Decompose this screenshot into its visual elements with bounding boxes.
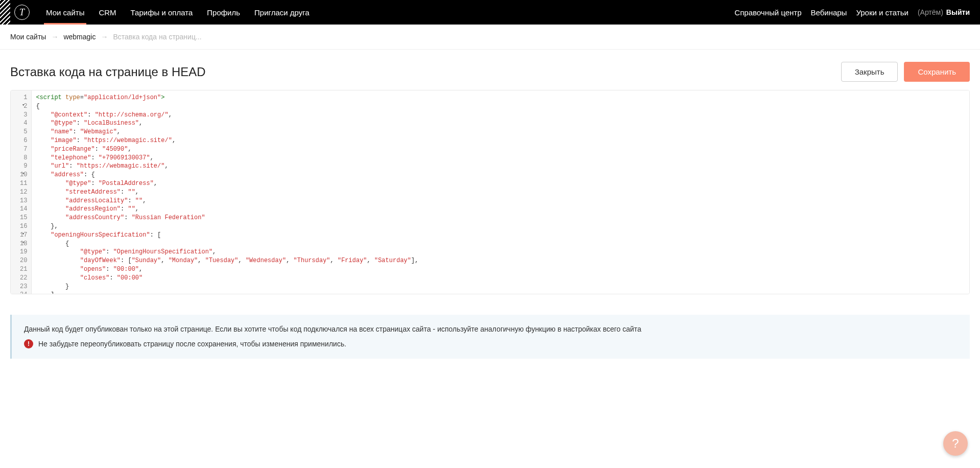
logo-pattern-icon — [0, 0, 10, 25]
gutter-line: 8 — [20, 154, 27, 162]
close-button[interactable]: Закрыть — [841, 62, 898, 82]
gutter-line: 23 — [20, 283, 27, 291]
code-line[interactable]: }, — [36, 222, 965, 231]
code-line[interactable]: "url": "https://webmagic.site/", — [36, 162, 965, 171]
info-text: Данный код будет опубликован только на э… — [24, 325, 958, 333]
code-line[interactable]: "dayOfWeek": ["Sunday", "Monday", "Tuesd… — [36, 256, 965, 265]
alert-row: ! Не забудьте переопубликовать страницу … — [24, 339, 958, 348]
code-line[interactable]: "closes": "00:00" — [36, 274, 965, 283]
gutter-line: 14 — [20, 205, 27, 214]
code-editor[interactable]: 12▾345678910▾11121314151617▾18▾192021222… — [10, 90, 970, 294]
nav-item-0[interactable]: Мои сайты — [39, 0, 91, 25]
page-title: Вставка кода на странице в HEAD — [10, 65, 206, 79]
code-line[interactable]: { — [36, 102, 965, 111]
alert-text: Не забудьте переопубликовать страницу по… — [38, 340, 346, 348]
header-link-0[interactable]: Справочный центр — [734, 8, 801, 17]
code-line[interactable]: "name": "Webmagic", — [36, 128, 965, 136]
gutter-line: 17▾ — [20, 231, 27, 240]
fold-icon[interactable]: ▾ — [22, 240, 25, 246]
header-left: T Мои сайтыCRMТарифы и оплатаПрофильПриг… — [0, 0, 317, 25]
header-link-2[interactable]: Уроки и статьи — [856, 8, 908, 17]
code-line[interactable]: "addressLocality": "", — [36, 197, 965, 205]
gutter-line: 4 — [20, 119, 27, 128]
code-line[interactable]: "addressRegion": "", — [36, 205, 965, 214]
header-links: Справочный центрВебинарыУроки и статьи — [734, 8, 909, 17]
nav-item-2[interactable]: Тарифы и оплата — [124, 0, 200, 25]
nav-item-3[interactable]: Профиль — [200, 0, 247, 25]
gutter-line: 13 — [20, 197, 27, 205]
code-line[interactable]: "image": "https://webmagic.site/", — [36, 136, 965, 145]
gutter-line: 18▾ — [20, 240, 27, 248]
gutter-line: 6 — [20, 136, 27, 145]
code-line[interactable]: "address": { — [36, 171, 965, 179]
gutter-line: 19 — [20, 248, 27, 256]
gutter-line: 22 — [20, 274, 27, 283]
logout-link[interactable]: Выйти — [946, 8, 970, 16]
nav-item-1[interactable]: CRM — [91, 0, 123, 25]
user-block: (Артём) Выйти — [918, 8, 970, 16]
title-row: Вставка кода на странице в HEAD Закрыть … — [0, 50, 980, 90]
code-line[interactable]: "telephone": "+79069130037", — [36, 154, 965, 162]
code-line[interactable]: "@type": "LocalBusiness", — [36, 119, 965, 128]
gutter-line: 12 — [20, 188, 27, 197]
line-gutter: 12▾345678910▾11121314151617▾18▾192021222… — [11, 90, 32, 294]
header-link-1[interactable]: Вебинары — [811, 8, 847, 17]
code-line[interactable]: ] — [36, 291, 965, 294]
code-line[interactable]: "addressCountry": "Russian Federation" — [36, 214, 965, 222]
code-line[interactable]: "@type": "OpeningHoursSpecification", — [36, 248, 965, 256]
alert-icon: ! — [24, 339, 33, 348]
code-line[interactable]: } — [36, 283, 965, 291]
gutter-line: 16 — [20, 222, 27, 231]
breadcrumb-arrow-icon: → — [101, 33, 108, 41]
code-line[interactable]: "streetAddress": "", — [36, 188, 965, 197]
header-right: Справочный центрВебинарыУроки и статьи (… — [734, 8, 970, 17]
code-line[interactable]: "@context": "http://schema.org/", — [36, 111, 965, 120]
main-nav: Мои сайтыCRMТарифы и оплатаПрофильПригла… — [39, 0, 317, 25]
breadcrumb: Мои сайты→webmagic→Вставка кода на стран… — [0, 25, 980, 50]
code-line[interactable]: "priceRange": "45090", — [36, 145, 965, 154]
save-button[interactable]: Сохранить — [904, 62, 970, 82]
gutter-line: 24 — [20, 291, 27, 294]
info-box: Данный код будет опубликован только на э… — [10, 315, 970, 359]
fold-icon[interactable]: ▾ — [22, 231, 25, 238]
gutter-line: 2▾ — [20, 102, 27, 111]
breadcrumb-arrow-icon: → — [51, 33, 58, 41]
breadcrumb-item-1[interactable]: webmagic — [63, 33, 95, 41]
gutter-line: 9 — [20, 162, 27, 171]
user-name: (Артём) — [918, 8, 943, 16]
code-line[interactable]: <script type="application/ld+json"> — [36, 93, 965, 102]
code-line[interactable]: "@type": "PostalAddress", — [36, 179, 965, 188]
gutter-line: 11 — [20, 179, 27, 188]
gutter-line: 21 — [20, 265, 27, 274]
code-line[interactable]: "opens": "00:00", — [36, 265, 965, 274]
gutter-line: 7 — [20, 145, 27, 154]
gutter-line: 3 — [20, 111, 27, 120]
code-line[interactable]: { — [36, 240, 965, 248]
breadcrumb-item-2: Вставка кода на страниц... — [113, 33, 201, 41]
action-buttons: Закрыть Сохранить — [841, 62, 970, 82]
code-area[interactable]: <script type="application/ld+json">{ "@c… — [32, 90, 969, 294]
breadcrumb-item-0[interactable]: Мои сайты — [10, 33, 46, 41]
editor-container: 12▾345678910▾11121314151617▾18▾192021222… — [0, 90, 980, 307]
gutter-line: 10▾ — [20, 171, 27, 179]
code-line[interactable]: "openingHoursSpecification": [ — [36, 231, 965, 240]
gutter-line: 15 — [20, 214, 27, 222]
fold-icon[interactable]: ▾ — [22, 102, 25, 109]
gutter-line: 5 — [20, 128, 27, 136]
gutter-line: 1 — [20, 93, 27, 102]
fold-icon[interactable]: ▾ — [22, 171, 25, 177]
app-header: T Мои сайтыCRMТарифы и оплатаПрофильПриг… — [0, 0, 980, 25]
logo-letter: T — [14, 5, 30, 20]
logo[interactable]: T — [0, 0, 39, 25]
gutter-line: 20 — [20, 256, 27, 265]
nav-item-4[interactable]: Пригласи друга — [247, 0, 317, 25]
